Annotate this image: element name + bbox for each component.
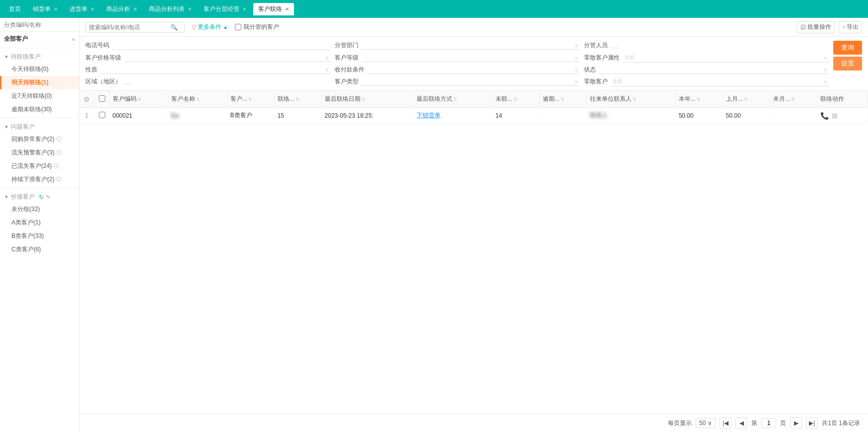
- sidebar-item-repurchase-abnormal[interactable]: 回购异常客户(2) ⓘ: [0, 133, 79, 146]
- reset-btn[interactable]: 设置: [833, 57, 862, 71]
- sort-this-year[interactable]: 本年... ⇅: [679, 95, 701, 103]
- sidebar-item-churned[interactable]: 已流失客户(24) ⓘ: [0, 159, 79, 173]
- sort-last-method[interactable]: 最后联络方式 ⇅: [417, 95, 457, 103]
- close-icon[interactable]: ✕: [285, 6, 289, 12]
- row-code: 000021: [109, 108, 168, 124]
- last-page-btn[interactable]: ▶|: [806, 417, 818, 429]
- sidebar-item-b-class[interactable]: B类客户(33): [0, 229, 79, 243]
- close-icon[interactable]: ✕: [133, 6, 137, 12]
- row-type: B类客户: [227, 108, 274, 124]
- close-icon[interactable]: ✕: [188, 6, 192, 12]
- th-last-method: 最后联络方式 ⇅: [414, 91, 493, 108]
- sort-icon: ⇅: [633, 97, 637, 102]
- sort-type[interactable]: 客户... ⇅: [230, 95, 252, 103]
- nature-select[interactable]: ∨: [100, 66, 331, 74]
- cust-level-label: 客户等级: [335, 54, 359, 62]
- sort-code[interactable]: 客户编码 ⇅: [113, 95, 142, 103]
- content-area: 🔍 ▽ 更多条件 ▲ 我分管的客户 ☑ 批量操作 ↑ 导出: [79, 18, 868, 432]
- nav-product-analysis[interactable]: 商品分析 ✕: [101, 3, 142, 15]
- batch-btn[interactable]: ☑ 批量操作: [797, 21, 835, 33]
- sidebar-item-churn-warning[interactable]: 流失预警客户(3) ⓘ: [0, 146, 79, 159]
- close-icon[interactable]: ✕: [242, 6, 246, 12]
- row-name: Ea: [168, 108, 227, 124]
- export-icon: ↑: [842, 24, 845, 31]
- close-icon[interactable]: ✕: [90, 6, 94, 12]
- page-size-select[interactable]: 50 ∨: [696, 418, 716, 428]
- sidebar-item-a-class[interactable]: A类客户(1): [0, 216, 79, 229]
- sidebar-item-declining[interactable]: 持续下滑客户(2) ⓘ: [0, 173, 79, 186]
- prev-page-btn[interactable]: ◀: [735, 417, 747, 429]
- row-check: [94, 108, 109, 124]
- select-all-checkbox[interactable]: [99, 95, 105, 102]
- nav-customer-tier[interactable]: 客户分层经营 ✕: [199, 3, 251, 15]
- retail-cust-select[interactable]: 全部∨: [611, 77, 829, 86]
- table-row: 1 000021 Ea B类客户 15 2023-05-23 18:25: 下销…: [79, 108, 868, 124]
- close-icon[interactable]: ✕: [54, 6, 58, 12]
- page-size-value: 50: [699, 420, 706, 427]
- query-btn[interactable]: 查询: [833, 41, 862, 55]
- my-customers-check[interactable]: [235, 24, 241, 30]
- sidebar-all-customers[interactable]: 全部客户 «: [0, 32, 79, 46]
- manager-dots-btn[interactable]: …: [611, 42, 618, 50]
- status-select[interactable]: ∨: [599, 66, 829, 74]
- edit-icon[interactable]: ✎: [46, 194, 51, 201]
- sort-last-date[interactable]: 最后联络日期 ⇅: [325, 95, 365, 103]
- sidebar-item-7days[interactable]: 近7天待联络(0): [0, 89, 79, 103]
- arrow-icon: ▼: [4, 54, 9, 60]
- cust-type-label: 客户类型: [335, 77, 359, 86]
- phone-input[interactable]: [112, 41, 331, 50]
- sort-overdue[interactable]: 逾期... ⇅: [543, 95, 565, 103]
- filter-row-3: 性质 ∨ 收付款条件 ∨ 状态: [85, 66, 829, 74]
- th-this-month: 本月... ⇅: [770, 91, 817, 108]
- row-checkbox[interactable]: [99, 112, 105, 118]
- chevron-up-icon: ▲: [223, 24, 228, 30]
- nav-purchase[interactable]: 进货单 ✕: [65, 3, 99, 15]
- next-page-btn[interactable]: ▶: [790, 417, 802, 429]
- page-number-input[interactable]: [761, 418, 776, 428]
- cust-type-select[interactable]: ∨: [362, 78, 580, 86]
- sidebar-item-today[interactable]: 今天待联络(0): [0, 63, 79, 76]
- toolbar-right: ☑ 批量操作 ↑ 导出: [797, 21, 862, 33]
- sort-name[interactable]: 客户名称 ⇅: [171, 95, 200, 103]
- sidebar-search-input[interactable]: [4, 21, 78, 28]
- nav-customer-contact[interactable]: 客户联络 ✕: [253, 3, 294, 15]
- price-level-select[interactable]: ∨: [124, 54, 331, 62]
- sort-last-month[interactable]: 上月... ⇅: [726, 95, 748, 103]
- sidebar-item-overdue[interactable]: 逾期未联络(30): [0, 103, 79, 116]
- dept-select[interactable]: ∨: [362, 42, 580, 50]
- nav-sales[interactable]: 销货单 ✕: [28, 3, 63, 15]
- search-input[interactable]: [89, 24, 168, 31]
- arrow-icon: ▼: [4, 124, 9, 130]
- sidebar-item-tomorrow[interactable]: 明天待联络(1): [0, 76, 79, 89]
- sort-contact-count[interactable]: 联络... ⇅: [278, 95, 299, 103]
- th-contact-person: 往来单位联系人 ⇅: [587, 91, 676, 108]
- search-icon-btn[interactable]: 🔍: [170, 24, 178, 31]
- last-method-link[interactable]: 下销货单: [417, 112, 440, 119]
- export-btn[interactable]: ↑ 导出: [839, 21, 862, 33]
- more-filters-btn[interactable]: ▽ 更多条件 ▲: [189, 21, 231, 33]
- nav-purchase-label: 进货单: [70, 5, 87, 13]
- sidebar-item-ungrouped[interactable]: 未分组(32): [0, 203, 79, 216]
- nav-product-analysis-list[interactable]: 商品分析列表 ✕: [144, 3, 197, 15]
- phone-action-icon[interactable]: 📞: [820, 112, 829, 120]
- nav-home[interactable]: 首页: [4, 3, 26, 15]
- my-customers-checkbox[interactable]: 我分管的客户: [235, 23, 279, 31]
- gear-icon[interactable]: ⚙: [83, 95, 90, 103]
- row-last-date: 2023-05-23 18:25:: [321, 108, 413, 124]
- retail-attr-select[interactable]: 全部∨: [623, 53, 829, 63]
- price-level-label: 客户价格等级: [85, 54, 121, 62]
- region-dots-btn[interactable]: …: [124, 78, 131, 86]
- sort-unlink[interactable]: 未联... ⇅: [496, 95, 517, 103]
- table-footer: 每页显示 50 ∨ |◀ ◀ 第 页 ▶ ▶| 共1页 1条记录: [79, 414, 868, 432]
- grid-action-icon[interactable]: ⊞: [832, 112, 838, 120]
- cust-level-select[interactable]: ∨: [362, 54, 580, 62]
- filter-label: 更多条件: [198, 23, 221, 31]
- first-page-btn[interactable]: |◀: [720, 417, 731, 429]
- payment-select[interactable]: ∨: [367, 66, 580, 74]
- sort-this-month[interactable]: 本月... ⇅: [773, 95, 795, 103]
- sidebar-item-c-class[interactable]: C类客户(6): [0, 243, 79, 256]
- row-last-method: 下销货单: [414, 108, 493, 124]
- refresh-icon[interactable]: ↻: [39, 194, 44, 201]
- sort-icon: ⇅: [561, 97, 565, 102]
- sort-contact-person[interactable]: 往来单位联系人 ⇅: [590, 95, 637, 103]
